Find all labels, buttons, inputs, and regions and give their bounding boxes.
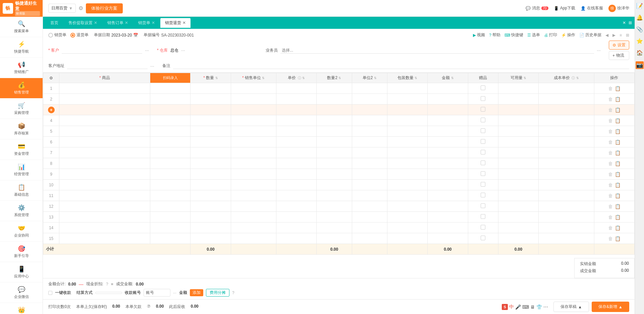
copy-icon-15[interactable]: 📋 — [615, 236, 621, 241]
gift-checkbox-9[interactable] — [481, 171, 485, 176]
sidebar-item-shortcut[interactable]: ⚡ 快捷导航 — [0, 37, 43, 58]
sales-unit-cell-1[interactable] — [231, 83, 276, 94]
qty2-cell-1[interactable] — [317, 83, 352, 94]
sidebar-item-enterprise[interactable]: 🤝 企业协同 — [0, 221, 43, 242]
quantity-cell-4[interactable] — [191, 115, 231, 126]
qty2-cell-8[interactable] — [317, 158, 352, 169]
quantity-cell-6[interactable] — [191, 137, 231, 147]
toolbar-s-icon[interactable]: S — [502, 304, 508, 310]
delete-icon-1[interactable]: 🗑 — [608, 86, 613, 91]
sales-unit-cell-6[interactable] — [231, 137, 276, 147]
expand-icon[interactable]: ⊞ — [629, 20, 632, 25]
sidebar-item-inventory[interactable]: 📦 库存核算 — [0, 119, 43, 139]
sales-unit-cell-14[interactable] — [231, 223, 276, 233]
product-cell-6[interactable] — [59, 137, 150, 147]
qty2-cell-6[interactable] — [317, 137, 352, 147]
unit2-cell-7[interactable] — [352, 147, 387, 158]
product-cell-3[interactable] — [59, 105, 150, 115]
rp-bell-icon[interactable]: 🔔 — [636, 14, 643, 21]
copy-icon-11[interactable]: 📋 — [615, 193, 621, 198]
qty2-cell-4[interactable] — [317, 115, 352, 126]
tab-close-sales-return[interactable]: ✕ — [182, 20, 186, 25]
product-cell-2[interactable] — [59, 94, 150, 105]
copy-icon-10[interactable]: 📋 — [615, 182, 621, 188]
gift-checkbox-7[interactable] — [481, 150, 485, 154]
copy-icon-13[interactable]: 📋 — [615, 214, 621, 220]
pkg-cell-3[interactable] — [387, 105, 427, 115]
toolbar-help[interactable]: ? 帮助 — [489, 32, 500, 38]
pkg-cell-8[interactable] — [387, 158, 427, 169]
unit2-cell-15[interactable] — [352, 233, 387, 244]
qty2-cell-10[interactable] — [317, 180, 352, 190]
product-input-12[interactable] — [61, 204, 149, 209]
price-cell-5[interactable] — [276, 126, 316, 137]
pkg-cell-14[interactable] — [387, 223, 427, 233]
product-cell-1[interactable] — [59, 83, 150, 94]
product-cell-4[interactable] — [59, 115, 150, 126]
rp-edit-icon[interactable]: 📝 — [636, 3, 643, 9]
pkg-cell-5[interactable] — [387, 126, 427, 137]
rp-star-icon[interactable]: ⭐ — [636, 38, 643, 44]
copy-icon-7[interactable]: 📋 — [615, 150, 621, 155]
unit2-cell-14[interactable] — [352, 223, 387, 233]
pkg-cell-13[interactable] — [387, 212, 427, 223]
quantity-cell-11[interactable] — [191, 190, 231, 201]
account-select[interactable]: 账号 — [144, 289, 170, 297]
gift-checkbox-14[interactable] — [481, 225, 485, 230]
gift-checkbox-4[interactable] — [481, 118, 485, 122]
remarks-input[interactable] — [173, 63, 629, 69]
quantity-cell-8[interactable] — [191, 158, 231, 169]
product-input-3[interactable] — [61, 108, 149, 112]
gift-cell-9[interactable] — [468, 169, 498, 180]
copy-icon-12[interactable]: 📋 — [615, 204, 621, 209]
product-cell-12[interactable] — [59, 201, 150, 212]
pkg-cell-9[interactable] — [387, 169, 427, 180]
tab-close-sales-delivery[interactable]: ✕ — [152, 20, 155, 25]
product-input-8[interactable] — [61, 161, 149, 166]
nav-prev-icon[interactable]: ◀ — [605, 33, 608, 38]
sidebar-item-apps[interactable]: 📱 应用中心 — [0, 262, 43, 282]
address-input[interactable] — [67, 63, 148, 69]
price-cell-11[interactable] — [276, 190, 316, 201]
add-row-btn[interactable]: + — [48, 107, 55, 113]
pkg-cell-10[interactable] — [387, 180, 427, 190]
product-input-10[interactable] — [61, 183, 149, 187]
toolbar-shortcut[interactable]: ⌨ 快捷键 — [504, 32, 523, 38]
toolbar-operations[interactable]: ⚡ 操作 — [561, 32, 575, 38]
gift-checkbox-1[interactable] — [481, 85, 485, 90]
product-input-7[interactable] — [61, 150, 149, 155]
tab-close-price-set[interactable]: ✕ — [94, 20, 97, 25]
tab-sales-delivery[interactable]: 销货单✕ — [133, 18, 160, 28]
quantity-cell-13[interactable] — [191, 212, 231, 223]
rp-camera-icon[interactable]: 📷 — [636, 61, 644, 69]
add-payment-btn[interactable]: 添加 — [190, 289, 203, 296]
quantity-cell-12[interactable] — [191, 201, 231, 212]
quantity-cell-3[interactable] — [191, 105, 231, 115]
toolbar-video[interactable]: ▶ 视频 — [473, 32, 485, 38]
toolbar-more-icon[interactable]: ⋯ — [543, 304, 548, 310]
gift-checkbox-2[interactable] — [481, 96, 485, 101]
product-input-13[interactable] — [61, 215, 149, 219]
sidebar-item-wechat[interactable]: 💬 企业微信 — [0, 282, 43, 303]
toolbar-china-icon[interactable]: 中 — [509, 304, 514, 310]
amount-cell-13[interactable] — [428, 212, 468, 223]
pkg-cell-11[interactable] — [387, 190, 427, 201]
gift-cell-10[interactable] — [468, 180, 498, 190]
sidebar-item-system[interactable]: ⚙️ 系统管理 — [0, 201, 43, 221]
product-input-9[interactable] — [61, 172, 149, 177]
save-draft-btn[interactable]: 保存草稿 ▲ — [553, 302, 589, 312]
price-cell-8[interactable] — [276, 158, 316, 169]
sidebar-item-basic[interactable]: 📋 基础信息 — [0, 180, 43, 201]
amount-cell-14[interactable] — [428, 223, 468, 233]
delete-icon-11[interactable]: 🗑 — [608, 193, 613, 198]
calendar-icon[interactable]: 📅 — [133, 33, 138, 38]
amount-cell-6[interactable] — [428, 137, 468, 147]
product-input-14[interactable] — [61, 226, 149, 230]
online-service-item[interactable]: 👤 在线客服 — [581, 5, 603, 11]
delete-icon-13[interactable]: 🗑 — [608, 214, 613, 220]
product-cell-7[interactable] — [59, 147, 150, 158]
help-calc-icon[interactable]: ? — [106, 282, 108, 287]
gift-checkbox-5[interactable] — [481, 128, 485, 133]
sales-unit-cell-10[interactable] — [231, 180, 276, 190]
gift-checkbox-11[interactable] — [481, 193, 485, 197]
